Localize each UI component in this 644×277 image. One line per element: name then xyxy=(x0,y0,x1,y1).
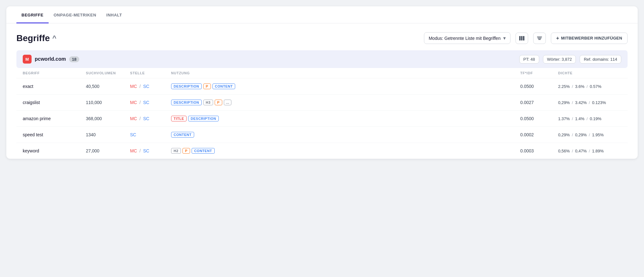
cell-term: exact xyxy=(23,84,86,89)
cell-nutzung: H2PCONTENT xyxy=(171,148,520,154)
col-header-suchvolumen: SUCHVOLUMEN xyxy=(86,71,130,75)
cell-volume: 368,000 xyxy=(86,116,130,121)
cell-tfidf: 0.0002 xyxy=(520,132,558,137)
tabs-bar: BEGRIFFE ONPAGE-METRIKEN INHALT xyxy=(6,6,638,23)
nutzung-tag: H2 xyxy=(171,148,181,154)
table-row[interactable]: speed test1340SCCONTENT0.00020,29% / 0,2… xyxy=(16,126,628,143)
cell-term: amazon prime xyxy=(23,116,86,121)
cell-tfidf: 0.0500 xyxy=(520,116,558,121)
stelle-sc: SC xyxy=(143,100,149,105)
nutzung-tag: DESCRIPTION xyxy=(171,100,202,105)
dichte-sep: / xyxy=(588,100,591,105)
svg-rect-0 xyxy=(519,36,521,40)
page-title-text: Begriffe xyxy=(16,33,50,43)
domain-name: pcworld.com xyxy=(35,56,66,62)
col-header-begriff: BEGRIFF xyxy=(23,71,86,75)
stelle-mc: MC xyxy=(130,148,137,153)
filter-button[interactable] xyxy=(533,33,546,44)
nutzung-tag: CONTENT xyxy=(171,132,194,138)
stelle-sc: SC xyxy=(143,84,149,89)
stat-ref-domains: Ref. domains: 114 xyxy=(580,55,621,64)
stelle-sep: / xyxy=(138,84,142,89)
dichte-sep: / xyxy=(585,116,589,121)
col-header-stelle: STELLE xyxy=(130,71,171,75)
cell-stelle: SC xyxy=(130,132,171,137)
stelle-mc: MC xyxy=(130,116,137,121)
table: BEGRIFF SUCHVOLUMEN STELLE NUTZUNG TF*ID… xyxy=(16,68,628,159)
cell-term: craigslist xyxy=(23,100,86,105)
cell-stelle: MC / SC xyxy=(130,116,171,121)
cell-dichte: 0,56% / 0,47% / 1.89% xyxy=(558,149,621,153)
cell-volume: 40,500 xyxy=(86,84,130,89)
chevron-down-icon: ▾ xyxy=(503,35,506,41)
columns-icon xyxy=(519,35,525,41)
cell-stelle: MC / SC xyxy=(130,148,171,153)
cell-tfidf: 0.0500 xyxy=(520,84,558,89)
stelle-sc: SC xyxy=(143,116,149,121)
svg-rect-1 xyxy=(521,36,522,40)
cell-volume: 110,000 xyxy=(86,100,130,105)
col-header-tfidf: TF*IDF xyxy=(520,71,558,75)
nutzung-tag: CONTENT xyxy=(212,83,236,89)
nutzung-tag: TITLE xyxy=(171,116,187,121)
cell-dichte: 0,29% / 3.42% / 0.123% xyxy=(558,100,621,105)
domain-count-badge: 18 xyxy=(69,56,79,62)
table-row[interactable]: craigslist110,000MC / SCDESCRIPTIONH3P..… xyxy=(16,94,628,110)
page-title: Begriffe ^ xyxy=(16,33,57,43)
cell-nutzung: DESCRIPTIONH3P... xyxy=(171,100,520,105)
stelle-sep: / xyxy=(138,148,142,153)
columns-button[interactable] xyxy=(516,33,528,44)
stelle-sep: / xyxy=(138,116,142,121)
content-area: Begriffe ^ Modus: Getrennte Liste mit Be… xyxy=(6,23,638,159)
stelle-sc: SC xyxy=(130,132,136,137)
add-competitor-label: MITBEWERBER HINZUFÜGEN xyxy=(561,36,622,40)
cell-nutzung: CONTENT xyxy=(171,132,520,138)
cell-term: speed test xyxy=(23,132,86,137)
cell-dichte: 2.25% / 3.6% / 0.57% xyxy=(558,84,621,89)
dichte-sep: / xyxy=(571,149,574,153)
tab-inhalt[interactable]: INHALT xyxy=(101,6,127,23)
dichte-sep: / xyxy=(571,116,574,121)
dichte-sep: / xyxy=(588,149,591,153)
nutzung-tag: P xyxy=(203,83,211,89)
nutzung-tag: H3 xyxy=(203,100,213,105)
stelle-mc: MC xyxy=(130,84,137,89)
add-competitor-button[interactable]: + MITBEWERBER HINZUFÜGEN xyxy=(551,33,628,44)
collapse-chevron[interactable]: ^ xyxy=(52,34,57,42)
main-card: BEGRIFFE ONPAGE-METRIKEN INHALT Begriffe… xyxy=(6,6,638,159)
nutzung-tag: DESCRIPTION xyxy=(188,116,219,121)
stelle-sep: / xyxy=(138,100,142,105)
table-header: BEGRIFF SUCHVOLUMEN STELLE NUTZUNG TF*ID… xyxy=(16,68,628,78)
cell-tfidf: 0.0003 xyxy=(520,148,558,153)
cell-volume: 1340 xyxy=(86,132,130,137)
cell-tfidf: 0.0027 xyxy=(520,100,558,105)
nutzung-tag: ... xyxy=(224,100,232,105)
mode-dropdown[interactable]: Modus: Getrennte Liste mit Begriffen ▾ xyxy=(424,32,510,44)
domain-row: M pcworld.com 18 PT: 48 Wörter: 3,872 Re… xyxy=(16,50,628,68)
tab-onpage[interactable]: ONPAGE-METRIKEN xyxy=(49,6,101,23)
stat-woerter: Wörter: 3,872 xyxy=(543,55,576,64)
col-header-nutzung: NUTZUNG xyxy=(171,71,520,75)
table-body: exact40,500MC / SCDESCRIPTIONPCONTENT0.0… xyxy=(16,78,628,159)
plus-icon: + xyxy=(556,35,559,41)
table-row[interactable]: keyword27,000MC / SCH2PCONTENT0.00030,56… xyxy=(16,143,628,159)
table-row[interactable]: exact40,500MC / SCDESCRIPTIONPCONTENT0.0… xyxy=(16,78,628,94)
cell-term: keyword xyxy=(23,148,86,153)
nutzung-tag: P xyxy=(182,148,190,154)
cell-stelle: MC / SC xyxy=(130,84,171,89)
domain-icon: M xyxy=(23,55,32,64)
stat-pt: PT: 48 xyxy=(519,55,539,64)
col-header-dichte: DICHTE xyxy=(558,71,621,75)
nutzung-tag: P xyxy=(215,100,222,105)
table-row[interactable]: amazon prime368,000MC / SCTITLEDESCRIPTI… xyxy=(16,110,628,126)
cell-stelle: MC / SC xyxy=(130,100,171,105)
tab-begriffe[interactable]: BEGRIFFE xyxy=(16,6,49,23)
domain-stats: PT: 48 Wörter: 3,872 Ref. domains: 114 xyxy=(519,55,621,64)
dichte-sep: / xyxy=(571,84,574,89)
stelle-mc: MC xyxy=(130,100,137,105)
dichte-sep: / xyxy=(571,100,574,105)
mode-dropdown-label: Modus: Getrennte Liste mit Begriffen xyxy=(429,36,501,41)
nutzung-tag: CONTENT xyxy=(192,148,215,154)
cell-nutzung: TITLEDESCRIPTION xyxy=(171,116,520,121)
stelle-sc: SC xyxy=(143,148,149,153)
